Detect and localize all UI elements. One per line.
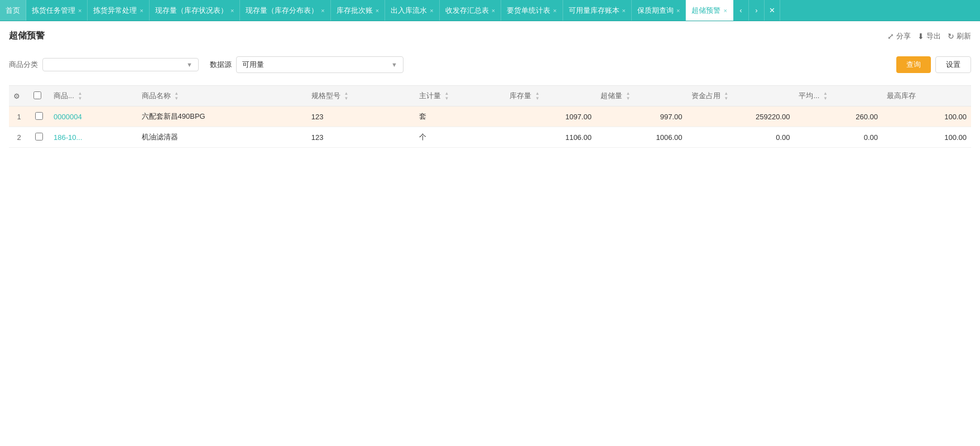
row-max-stock-1: 100.00 xyxy=(882,106,971,127)
settings-button[interactable]: 设置 xyxy=(935,56,971,73)
refresh-button[interactable]: ↻ 刷新 xyxy=(948,31,971,41)
close-tab-exception[interactable]: × xyxy=(140,7,143,14)
page-header: 超储预警 ⤢ 分享 ⬇ 导出 ↻ 刷新 xyxy=(9,30,971,42)
close-tab-inout-flow[interactable]: × xyxy=(430,7,433,14)
sort-icon-unit[interactable]: ▲ ▼ xyxy=(444,91,449,101)
row-product-code-1: 0000004 xyxy=(49,106,137,127)
tab-exception[interactable]: 拣货异常处理 × xyxy=(88,0,149,21)
topbar: 首页 拣货任务管理 × 拣货异常处理 × 现存量（库存状况表） × 现存量（库存… xyxy=(0,0,980,21)
close-tab-inventory-status[interactable]: × xyxy=(230,7,234,14)
th-avg: 平均... ▲ ▼ xyxy=(794,86,882,106)
th-product-name: 商品名称 ▲ ▼ xyxy=(137,86,307,106)
table-row: 1 0000004 六配套新昌490BPG 123 套 1097.00 997.… xyxy=(9,106,971,127)
table-row: 2 186-10... 机油滤清器 123 个 1106.00 1006.00 … xyxy=(9,127,971,148)
row-num-2: 2 xyxy=(9,127,29,148)
row-overstock-1: 997.00 xyxy=(596,106,687,127)
row-product-name-2: 机油滤清器 xyxy=(137,127,307,148)
th-overstock: 超储量 ▲ ▼ xyxy=(596,86,687,106)
datasource-select-arrow: ▼ xyxy=(391,61,397,68)
select-all-checkbox[interactable] xyxy=(33,91,41,99)
data-table: ⚙ 商品... ▲ ▼ 商品名称 ▲ ▼ xyxy=(9,85,971,148)
close-tab-inventory-dist[interactable]: × xyxy=(321,7,324,14)
row-max-stock-2: 100.00 xyxy=(882,127,971,148)
settings-icon[interactable]: ⚙ xyxy=(13,92,20,100)
share-icon: ⤢ xyxy=(887,32,894,41)
row-stock-2: 1106.00 xyxy=(505,127,596,148)
page-title: 超储预警 xyxy=(9,30,45,42)
tab-inventory-dist[interactable]: 现存量（库存分布表） × xyxy=(240,0,330,21)
sort-icon-capital[interactable]: ▲ ▼ xyxy=(724,91,728,101)
tab-available[interactable]: 可用量库存账本 × xyxy=(563,0,632,21)
export-button[interactable]: ⬇ 导出 xyxy=(917,31,941,41)
query-button[interactable]: 查询 xyxy=(896,56,931,73)
row-capital-1: 259220.00 xyxy=(687,106,795,127)
close-tab-expiry[interactable]: × xyxy=(676,7,680,14)
row-select-2[interactable] xyxy=(35,133,43,140)
row-capital-2: 0.00 xyxy=(687,127,795,148)
filter-row: 商品分类 ▼ 数据源 可用量 ▼ 查询 设置 xyxy=(9,51,971,79)
close-tab-task-mgmt[interactable]: × xyxy=(78,7,81,14)
th-max-stock: 最高库存 xyxy=(882,86,971,106)
filter-category: 商品分类 ▼ xyxy=(9,58,199,71)
main-content: 超储预警 ⤢ 分享 ⬇ 导出 ↻ 刷新 商品分类 ▼ 数据源 xyxy=(0,21,980,446)
tab-inventory-status[interactable]: 现存量（库存状况表） × xyxy=(150,0,240,21)
tab-inout-flow[interactable]: 出入库流水 × xyxy=(385,0,439,21)
row-spec-2: 123 xyxy=(307,127,415,148)
close-tab-collect[interactable]: × xyxy=(492,7,495,14)
tab-home[interactable]: 首页 xyxy=(0,0,26,21)
row-checkbox-2[interactable] xyxy=(29,127,49,148)
th-unit: 主计量 ▲ ▼ xyxy=(415,86,506,106)
row-unit-2: 个 xyxy=(415,127,506,148)
row-select-1[interactable] xyxy=(35,112,43,120)
tab-nav-prev[interactable]: ‹ xyxy=(733,0,749,21)
close-tab-order-stats[interactable]: × xyxy=(553,7,556,14)
tab-overstock[interactable]: 超储预警 × xyxy=(686,0,733,21)
row-overstock-2: 1006.00 xyxy=(596,127,687,148)
datasource-label: 数据源 xyxy=(210,60,232,70)
table-header-row: ⚙ 商品... ▲ ▼ 商品名称 ▲ ▼ xyxy=(9,86,971,106)
th-settings: ⚙ xyxy=(9,86,29,106)
category-select[interactable]: ▼ xyxy=(42,58,199,71)
th-product-code: 商品... ▲ ▼ xyxy=(49,86,137,106)
close-tab-overstock[interactable]: × xyxy=(723,7,727,14)
category-select-arrow: ▼ xyxy=(186,61,193,68)
tab-collect[interactable]: 收发存汇总表 × xyxy=(440,0,501,21)
close-tab-available[interactable]: × xyxy=(622,7,626,14)
export-icon: ⬇ xyxy=(917,32,924,41)
row-spec-1: 123 xyxy=(307,106,415,127)
datasource-select[interactable]: 可用量 ▼ xyxy=(236,56,403,73)
row-unit-1: 套 xyxy=(415,106,506,127)
row-num-1: 1 xyxy=(9,106,29,127)
th-stock: 库存量 ▲ ▼ xyxy=(505,86,596,106)
share-button[interactable]: ⤢ 分享 xyxy=(887,31,911,41)
sort-icon-product-name[interactable]: ▲ ▼ xyxy=(174,91,179,101)
filter-actions: 查询 设置 xyxy=(896,56,971,73)
row-avg-2: 0.00 xyxy=(794,127,882,148)
th-checkbox xyxy=(29,86,49,106)
sort-icon-avg[interactable]: ▲ ▼ xyxy=(823,91,828,101)
th-capital: 资金占用 ▲ ▼ xyxy=(687,86,795,106)
header-actions: ⤢ 分享 ⬇ 导出 ↻ 刷新 xyxy=(887,31,971,41)
sort-icon-overstock[interactable]: ▲ ▼ xyxy=(626,91,631,101)
close-tab-batch[interactable]: × xyxy=(376,7,379,14)
row-stock-1: 1097.00 xyxy=(505,106,596,127)
tab-nav-next[interactable]: › xyxy=(749,0,765,21)
filter-datasource: 数据源 可用量 ▼ xyxy=(210,56,403,73)
refresh-icon: ↻ xyxy=(948,32,954,41)
row-product-code-2: 186-10... xyxy=(49,127,137,148)
sort-icon-stock[interactable]: ▲ ▼ xyxy=(535,91,540,101)
sort-icon-product-code[interactable]: ▲ ▼ xyxy=(78,91,82,101)
row-product-name-1: 六配套新昌490BPG xyxy=(137,106,307,127)
tab-nav-close[interactable]: ✕ xyxy=(765,0,780,21)
row-avg-1: 260.00 xyxy=(794,106,882,127)
tab-order-stats[interactable]: 要货单统计表 × xyxy=(501,0,563,21)
tab-batch[interactable]: 库存批次账 × xyxy=(331,0,385,21)
datasource-value: 可用量 xyxy=(242,60,264,70)
tab-expiry[interactable]: 保质期查询 × xyxy=(632,0,686,21)
sort-icon-spec[interactable]: ▲ ▼ xyxy=(344,91,348,101)
row-checkbox-1[interactable] xyxy=(29,106,49,127)
tab-task-mgmt[interactable]: 拣货任务管理 × xyxy=(26,0,88,21)
th-spec: 规格型号 ▲ ▼ xyxy=(307,86,415,106)
category-label: 商品分类 xyxy=(9,60,38,70)
